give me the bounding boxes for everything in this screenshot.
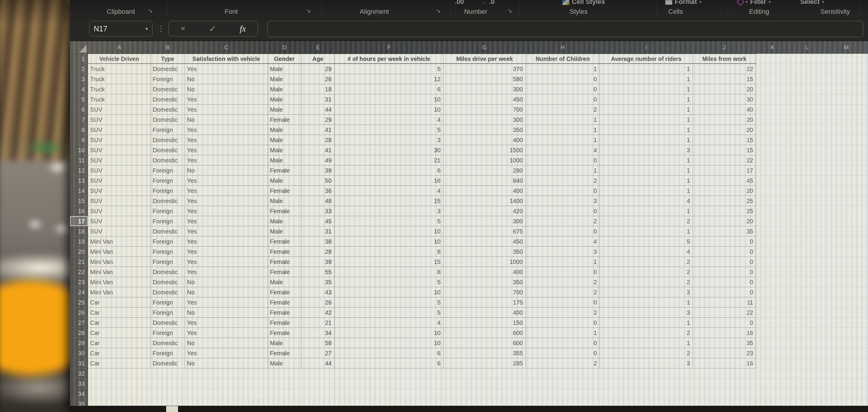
cell-F34[interactable] xyxy=(335,389,443,399)
cell-J15[interactable]: 25 xyxy=(693,196,756,206)
cell-G21[interactable]: 1000 xyxy=(443,257,526,267)
cell-D22[interactable]: Female xyxy=(268,267,301,277)
cell-L24[interactable] xyxy=(789,287,825,297)
cell-J28[interactable]: 16 xyxy=(693,328,756,338)
cell-A26[interactable]: Car xyxy=(88,307,151,318)
cell-G30[interactable]: 355 xyxy=(443,348,526,358)
cell-J12[interactable]: 17 xyxy=(693,166,756,176)
cell-A2[interactable]: Truck xyxy=(88,64,151,74)
row-header-22[interactable]: 22 xyxy=(70,267,88,277)
cell-F13[interactable]: 16 xyxy=(335,176,443,186)
cell-H10[interactable]: 4 xyxy=(526,145,600,155)
cell-styles-button[interactable]: Cell Styles xyxy=(562,0,605,6)
cell-J34[interactable] xyxy=(693,389,756,399)
insert-function-button[interactable]: fx xyxy=(240,24,246,34)
cell-M22[interactable] xyxy=(825,267,868,277)
cell-F8[interactable]: 5 xyxy=(335,125,443,135)
row-header-6[interactable]: 6 xyxy=(70,105,88,115)
cell-H28[interactable]: 1 xyxy=(526,328,600,338)
cell-K25[interactable] xyxy=(756,297,789,307)
cell-K19[interactable] xyxy=(756,236,789,246)
cell-A29[interactable]: Car xyxy=(88,338,151,348)
cell-L15[interactable] xyxy=(789,196,825,206)
column-header-D[interactable]: D xyxy=(268,41,301,54)
cell-B25[interactable]: Foreign xyxy=(151,297,185,307)
cell-E13[interactable]: 50 xyxy=(301,176,335,186)
row-header-31[interactable]: 31 xyxy=(70,358,88,369)
cell-A24[interactable]: Mini Van xyxy=(88,287,151,297)
cell-M31[interactable] xyxy=(825,358,868,369)
cell-M23[interactable] xyxy=(825,277,868,287)
cell-K34[interactable] xyxy=(756,389,789,399)
row-header-27[interactable]: 27 xyxy=(70,318,88,328)
cell-J19[interactable]: 0 xyxy=(693,236,756,246)
cell-L22[interactable] xyxy=(789,267,825,277)
cell-E19[interactable]: 38 xyxy=(301,236,335,246)
cell-L5[interactable] xyxy=(789,94,825,105)
cell-C2[interactable]: Yes xyxy=(185,64,268,74)
cell-C5[interactable]: Yes xyxy=(185,94,268,105)
cell-E14[interactable]: 36 xyxy=(301,186,335,196)
cell-B14[interactable]: Foreign xyxy=(151,186,185,196)
cell-F10[interactable]: 30 xyxy=(335,145,443,155)
cell-G23[interactable]: 350 xyxy=(443,277,526,287)
cell-I32[interactable] xyxy=(600,369,693,379)
cell-M9[interactable] xyxy=(825,135,868,145)
cell-D32[interactable] xyxy=(268,369,301,379)
row-header-23[interactable]: 23 xyxy=(70,277,88,287)
cell-M13[interactable] xyxy=(825,176,868,186)
cell-L14[interactable] xyxy=(789,186,825,196)
cell-G29[interactable]: 600 xyxy=(443,338,526,348)
cell-H4[interactable]: 0 xyxy=(526,84,600,94)
cell-H9[interactable]: 1 xyxy=(526,135,600,145)
cell-B19[interactable]: Foreign xyxy=(151,236,185,246)
cell-A4[interactable]: Truck xyxy=(88,84,151,94)
cell-H33[interactable] xyxy=(526,379,600,389)
cell-E3[interactable]: 26 xyxy=(301,74,335,84)
cell-C31[interactable]: No xyxy=(185,358,268,369)
cell-A7[interactable]: SUV xyxy=(88,115,151,125)
cell-I1[interactable]: Average number of riders xyxy=(600,54,693,64)
cell-D16[interactable]: Female xyxy=(268,206,301,216)
cell-G9[interactable]: 400 xyxy=(443,135,526,145)
cell-A14[interactable]: SUV xyxy=(88,186,151,196)
cell-L20[interactable] xyxy=(789,246,825,257)
cell-D21[interactable]: Female xyxy=(268,257,301,267)
cell-F32[interactable] xyxy=(335,369,443,379)
cell-D27[interactable]: Female xyxy=(268,318,301,328)
cell-A32[interactable] xyxy=(88,369,151,379)
cell-C10[interactable]: Yes xyxy=(185,145,268,155)
cell-J32[interactable] xyxy=(693,369,756,379)
find-select-button[interactable]: Select ▾ xyxy=(800,0,824,6)
cell-I23[interactable]: 2 xyxy=(600,277,693,287)
row-header-24[interactable]: 24 xyxy=(70,287,88,297)
cell-F19[interactable]: 10 xyxy=(335,236,443,246)
cell-G19[interactable]: 450 xyxy=(443,236,526,246)
cell-I28[interactable]: 2 xyxy=(600,328,693,338)
cell-M28[interactable] xyxy=(825,328,868,338)
cell-L11[interactable] xyxy=(789,155,825,166)
cell-C12[interactable]: No xyxy=(185,166,268,176)
cell-G14[interactable]: 400 xyxy=(443,186,526,196)
cell-E23[interactable]: 35 xyxy=(301,277,335,287)
cell-M10[interactable] xyxy=(825,145,868,155)
cell-E9[interactable]: 28 xyxy=(301,135,335,145)
cell-D24[interactable]: Female xyxy=(268,287,301,297)
cell-A18[interactable]: SUV xyxy=(88,226,151,236)
cell-H13[interactable]: 2 xyxy=(526,176,600,186)
cell-I18[interactable]: 1 xyxy=(600,226,693,236)
cell-H16[interactable]: 0 xyxy=(526,206,600,216)
cell-A23[interactable]: Mini Van xyxy=(88,277,151,287)
cell-C7[interactable]: No xyxy=(185,115,268,125)
cell-K26[interactable] xyxy=(756,307,789,318)
cell-E12[interactable]: 39 xyxy=(301,166,335,176)
cell-D4[interactable]: Male xyxy=(268,84,301,94)
cell-J25[interactable]: 11 xyxy=(693,297,756,307)
cell-H18[interactable]: 0 xyxy=(526,226,600,236)
cell-D19[interactable]: Female xyxy=(268,236,301,246)
cell-D12[interactable]: Female xyxy=(268,166,301,176)
cell-A34[interactable] xyxy=(88,389,151,399)
cell-J30[interactable]: 23 xyxy=(693,348,756,358)
select-all-corner[interactable] xyxy=(70,41,88,54)
cell-G1[interactable]: Miles drive per week xyxy=(443,54,526,64)
